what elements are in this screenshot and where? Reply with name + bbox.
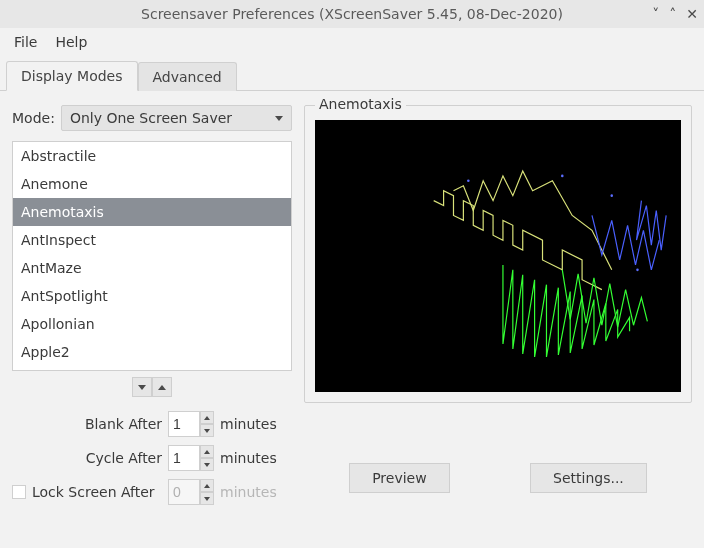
preview-buttons: Preview Settings...	[304, 463, 692, 493]
list-nav	[12, 377, 292, 397]
spin-down-icon[interactable]	[200, 424, 214, 437]
list-up-button[interactable]	[152, 377, 172, 397]
right-column: Anemotaxis	[304, 105, 692, 538]
spin-up-icon[interactable]	[200, 479, 214, 492]
lock-screen-checkbox[interactable]	[12, 485, 26, 499]
left-column: Mode: Only One Screen Saver Abstractile …	[12, 105, 292, 538]
spin-up-icon[interactable]	[200, 445, 214, 458]
screensaver-preview	[315, 120, 681, 392]
list-item[interactable]: Abstractile	[13, 142, 291, 170]
list-item[interactable]: AntInspect	[13, 226, 291, 254]
lock-after-unit: minutes	[220, 484, 277, 500]
svg-point-0	[467, 180, 470, 183]
svg-point-1	[561, 175, 564, 178]
window-title: Screensaver Preferences (XScreenSaver 5.…	[0, 6, 704, 22]
list-down-button[interactable]	[132, 377, 152, 397]
mode-label: Mode:	[12, 110, 55, 126]
blank-after-unit: minutes	[220, 416, 277, 432]
cycle-after-unit: minutes	[220, 450, 277, 466]
maximize-icon[interactable]: ˄	[669, 6, 676, 22]
close-icon[interactable]: ✕	[686, 6, 698, 22]
spin-up-icon[interactable]	[200, 411, 214, 424]
screensaver-list[interactable]: Abstractile Anemone Anemotaxis AntInspec…	[12, 141, 292, 371]
menubar: File Help	[0, 28, 704, 56]
list-item[interactable]: AntMaze	[13, 254, 291, 282]
spin-down-icon[interactable]	[200, 458, 214, 471]
blank-after-label: Blank After	[32, 416, 162, 432]
spin-down-icon[interactable]	[200, 492, 214, 505]
cycle-after-stepper[interactable]	[168, 445, 214, 471]
blank-after-input[interactable]	[168, 411, 200, 437]
settings-button[interactable]: Settings...	[530, 463, 647, 493]
cycle-after-input[interactable]	[168, 445, 200, 471]
mode-row: Mode: Only One Screen Saver	[12, 105, 292, 131]
preview-frame: Anemotaxis	[304, 105, 692, 403]
lock-after-label: Lock Screen After	[32, 484, 162, 500]
list-item[interactable]: AntSpotlight	[13, 282, 291, 310]
screensaver-preferences-window: Screensaver Preferences (XScreenSaver 5.…	[0, 0, 704, 548]
minimize-icon[interactable]: ˅	[652, 6, 659, 22]
tab-advanced[interactable]: Advanced	[138, 62, 237, 91]
list-item[interactable]: Apollonian	[13, 310, 291, 338]
preview-legend: Anemotaxis	[315, 96, 406, 112]
cycle-after-label: Cycle After	[32, 450, 162, 466]
blank-after-stepper[interactable]	[168, 411, 214, 437]
preview-button[interactable]: Preview	[349, 463, 450, 493]
menu-file[interactable]: File	[6, 30, 45, 54]
titlebar: Screensaver Preferences (XScreenSaver 5.…	[0, 0, 704, 28]
svg-point-2	[610, 194, 613, 197]
tabs: Display Modes Advanced	[0, 56, 704, 91]
window-controls: ˅ ˄ ✕	[652, 6, 698, 22]
list-item[interactable]: Anemotaxis	[13, 198, 291, 226]
svg-point-3	[636, 269, 639, 272]
lock-after-input	[168, 479, 200, 505]
mode-select-value: Only One Screen Saver	[70, 110, 232, 126]
list-item[interactable]: Apple2	[13, 338, 291, 366]
mode-select[interactable]: Only One Screen Saver	[61, 105, 292, 131]
lock-after-stepper[interactable]	[168, 479, 214, 505]
menu-help[interactable]: Help	[47, 30, 95, 54]
list-item[interactable]: Anemone	[13, 170, 291, 198]
timing-settings: Blank After minutes Cycle After minutes …	[12, 411, 292, 505]
tab-content: Mode: Only One Screen Saver Abstractile …	[0, 91, 704, 548]
tab-display-modes[interactable]: Display Modes	[6, 61, 138, 91]
anemotaxis-graphic	[315, 120, 681, 392]
